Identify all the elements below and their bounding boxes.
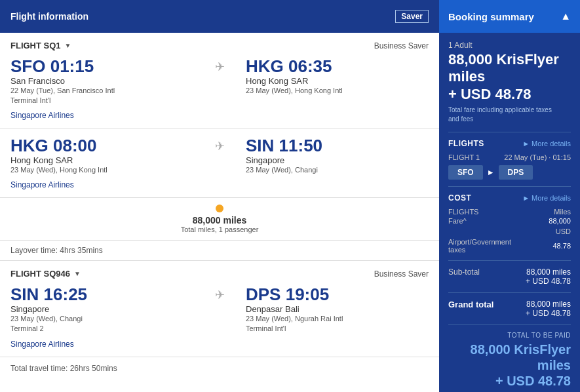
- flight1-info-row: FLIGHT 1 22 May (Tue) · 01:15: [448, 153, 571, 161]
- flight3-departure-detail1: 23 May (Wed), Changi: [10, 314, 193, 324]
- flight1-date: 22 May (Tue) · 01:15: [504, 153, 571, 161]
- flight2-arrival: SIN 11:50 Singapore 23 May (Wed), Changi: [246, 136, 429, 175]
- miles-strip: 88,000 miles Total miles, 1 passenger: [0, 198, 439, 241]
- divider-2: [448, 186, 571, 187]
- flight2-departure-time: HKG 08:00: [10, 136, 193, 155]
- fare-value: 88,000: [549, 217, 571, 225]
- grand-total-value: 88,000 miles + USD 48.78: [526, 300, 571, 318]
- flight2-departure: HKG 08:00 Hong Kong SAR 23 May (Wed), Ho…: [10, 136, 193, 175]
- flight3-departure-city: Singapore: [10, 304, 193, 314]
- right-panel: Booking summary ▲ 1 Adult 88,000 KrisFly…: [439, 0, 580, 392]
- flight1-departure-time: SFO 01:15: [10, 57, 193, 76]
- booking-body: 1 Adult 88,000 KrisFlyer miles + USD 48.…: [439, 33, 580, 392]
- flight1-plane-icon-wrap: ✈: [193, 57, 246, 74]
- grand-total-usd: + USD 48.78: [526, 309, 571, 318]
- flights-label: FLIGHTS: [448, 139, 484, 148]
- currency-headers: FLIGHTS Miles: [448, 208, 571, 216]
- fare-row: Fare^ 88,000: [448, 217, 571, 225]
- flight3-departure-time: SIN 16:25: [10, 285, 193, 304]
- flight1-arrival: HKG 06:35 Hong Kong SAR 23 May (Wed), Ho…: [246, 57, 429, 96]
- flight2-arrival-city: Singapore: [246, 155, 429, 165]
- saver-badge: Saver: [395, 10, 429, 23]
- booking-summary-title: Booking summary: [448, 11, 534, 22]
- flight1-arrival-detail1: 23 May (Wed), Hong Kong Intl: [246, 86, 429, 96]
- flights-more-details[interactable]: ► More details: [522, 140, 571, 147]
- adult-label: 1 Adult: [448, 41, 571, 50]
- divider-4: [448, 292, 571, 293]
- flight3-route: SIN 16:25 Singapore 23 May (Wed), Changi…: [10, 285, 429, 334]
- flight1-label: FLIGHT 1: [448, 153, 480, 161]
- miles-dot: [216, 205, 223, 212]
- flights-col-label: FLIGHTS: [448, 208, 478, 216]
- flight-sq1-section: FLIGHT SQ1 ▼ Business Saver SFO 01:15 Sa…: [0, 33, 439, 128]
- flight2-departure-city: Hong Kong SAR: [10, 155, 193, 165]
- left-panel: Flight information Saver FLIGHT SQ1 ▼ Bu…: [0, 0, 439, 392]
- flight1-arrival-time: HKG 06:35: [246, 57, 429, 76]
- to-airport-tag: DPS: [499, 165, 533, 180]
- collapse-icon[interactable]: ▲: [560, 10, 571, 22]
- divider-5: [448, 324, 571, 325]
- flight-content: FLIGHT SQ1 ▼ Business Saver SFO 01:15 Sa…: [0, 33, 439, 392]
- airport-tags: SFO ► DPS: [448, 165, 571, 180]
- price-note: Total fare including applicable taxesand…: [448, 106, 571, 124]
- flight2-plane-icon-wrap: ✈: [193, 136, 246, 153]
- flight-sq1-id[interactable]: FLIGHT SQ1 ▼: [10, 41, 71, 50]
- flight3-departure-detail2: Terminal 2: [10, 324, 193, 334]
- flight3-airline[interactable]: Singapore Airlines: [10, 340, 429, 349]
- flight3-departure: SIN 16:25 Singapore 23 May (Wed), Changi…: [10, 285, 193, 334]
- airport-tax-label: Airport/Governmenttaxes: [448, 238, 511, 254]
- grand-total-row: Grand total 88,000 miles + USD 48.78: [448, 300, 571, 318]
- flight3-arrival: DPS 19:05 Denpasar Bali 23 May (Wed), Ng…: [246, 285, 429, 334]
- flight2-route: HKG 08:00 Hong Kong SAR 23 May (Wed), Ho…: [10, 136, 429, 175]
- left-header: Flight information Saver: [0, 0, 439, 33]
- grand-total-miles: 88,000 miles: [526, 300, 571, 309]
- arrow-icon: ►: [487, 168, 495, 177]
- from-airport-tag: SFO: [448, 165, 483, 180]
- total-travel-time: Total travel time: 26hrs 50mins: [0, 357, 439, 380]
- subtotal-value: 88,000 miles + USD 48.78: [526, 267, 571, 286]
- cost-label: COST: [448, 193, 471, 203]
- usd-label: USD: [448, 227, 571, 235]
- flight1-departure-city: San Francisco: [10, 76, 193, 86]
- flight-id-row-3: FLIGHT SQ946 ▼ Business Saver: [10, 269, 429, 279]
- flight1-badge: Business Saver: [374, 41, 429, 50]
- cost-more-details[interactable]: ► More details: [522, 194, 571, 202]
- flight3-badge: Business Saver: [374, 269, 429, 279]
- flight3-arrival-time: DPS 19:05: [246, 285, 429, 304]
- flight1-airline[interactable]: Singapore Airlines: [10, 111, 429, 120]
- plane-icon-2: ✈: [215, 139, 225, 153]
- flight1-arrival-city: Hong Kong SAR: [246, 76, 429, 86]
- flights-section-header: FLIGHTS ► More details: [448, 139, 571, 148]
- chevron-down-icon: ▼: [65, 42, 71, 49]
- flight-sq946-id[interactable]: FLIGHT SQ946 ▼: [10, 269, 81, 279]
- flight2-arrival-time: SIN 11:50: [246, 136, 429, 155]
- plane-icon-3: ✈: [215, 288, 225, 302]
- booking-header: Booking summary ▲: [439, 0, 580, 33]
- total-to-pay-label: TOTAL TO BE PAID: [448, 332, 571, 339]
- subtotal-miles: 88,000 miles: [526, 267, 571, 277]
- flight3-plane-icon-wrap: ✈: [193, 285, 246, 302]
- flight2-arrival-detail1: 23 May (Wed), Changi: [246, 165, 429, 175]
- total-to-pay-value: 88,000 KrisFlyer miles + USD 48.78: [448, 342, 571, 389]
- cost-section-header: COST ► More details: [448, 193, 571, 203]
- miles-total: 88,000 miles: [193, 215, 247, 225]
- plane-icon-1: ✈: [215, 60, 225, 74]
- flight1-departure: SFO 01:15 San Francisco 22 May (Tue), Sa…: [10, 57, 193, 106]
- divider-1: [448, 132, 571, 132]
- layover-time: Layover time: 4hrs 35mins: [0, 241, 439, 261]
- miles-col-label: Miles: [554, 208, 571, 216]
- chevron-down-icon-2: ▼: [74, 270, 81, 277]
- flight3-arrival-detail2: Terminal Int'l: [246, 324, 429, 334]
- flight3-arrival-city: Denpasar Bali: [246, 304, 429, 314]
- subtotal-usd: + USD 48.78: [526, 277, 571, 286]
- flight2-departure-detail1: 23 May (Wed), Hong Kong Intl: [10, 165, 193, 175]
- flight1-route: SFO 01:15 San Francisco 22 May (Tue), Sa…: [10, 57, 429, 106]
- subtotal-label: Sub-total: [448, 267, 480, 277]
- total-price-line2: + USD 48.78: [448, 86, 571, 103]
- flight3-arrival-detail1: 23 May (Wed), Ngurah Rai Intl: [246, 314, 429, 324]
- subtotal-row: Sub-total 88,000 miles + USD 48.78: [448, 267, 571, 286]
- miles-sub: Total miles, 1 passenger: [181, 225, 259, 233]
- fare-label: Fare^: [448, 217, 467, 225]
- flight-sq946-section: FLIGHT SQ946 ▼ Business Saver SIN 16:25 …: [0, 261, 439, 357]
- flight2-airline[interactable]: Singapore Airlines: [10, 180, 429, 189]
